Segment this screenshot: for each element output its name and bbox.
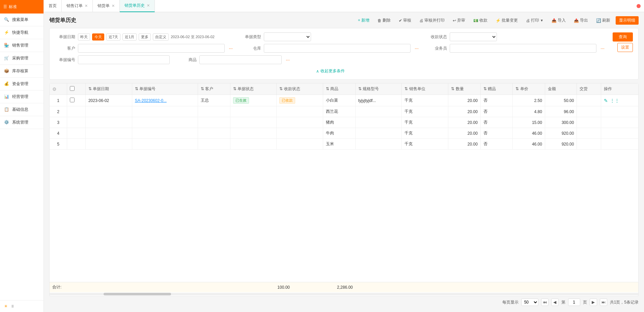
col-order-status[interactable]: ⇅ 单据状态: [230, 83, 277, 95]
cell-order-status: 已生效: [230, 95, 277, 106]
tab-close-icon[interactable]: ✕: [147, 3, 150, 8]
payment-select[interactable]: [450, 32, 497, 41]
goods-dots-icon[interactable]: ···: [284, 57, 291, 62]
sun-icon: ☀: [4, 304, 8, 309]
cell-goods: 猪肉: [323, 117, 356, 128]
date-btn-custom[interactable]: 自定义: [153, 33, 169, 41]
scrollbar-thumb[interactable]: [104, 293, 171, 295]
cell-customer: [198, 117, 230, 128]
cell-unit: 千克: [402, 139, 448, 150]
order-no-input[interactable]: [78, 55, 170, 64]
delete-button[interactable]: 🗑 删除: [375, 16, 393, 25]
settings-button[interactable]: 设置: [617, 43, 633, 52]
col-trade-label: 交货: [580, 86, 588, 91]
sidebar-item-operations[interactable]: 📊 经营管理: [0, 90, 44, 103]
page-header: 销货单历史 + 新增 🗑 删除 ✔ 审核 🖨 审核并打印 ↩ 弃审: [49, 16, 639, 25]
tab-sales-order[interactable]: 销售订单 ✕: [62, 0, 93, 12]
discard-button[interactable]: ↩ 弃审: [450, 16, 468, 25]
first-page-btn[interactable]: ⏮: [541, 298, 549, 306]
refresh-button[interactable]: 🔄 刷新: [593, 16, 613, 25]
col-trade[interactable]: 交货: [577, 83, 601, 95]
approve-button[interactable]: ✔ 审核: [396, 16, 414, 25]
warehouse-filter-label: 仓库: [241, 46, 261, 51]
query-button[interactable]: 查询: [613, 32, 633, 42]
col-payment-status[interactable]: ⇅ 收款状态: [277, 83, 323, 95]
col-setting[interactable]: ⚙: [50, 83, 67, 95]
row-checkbox[interactable]: [70, 98, 75, 102]
export-icon: 📤: [574, 18, 579, 23]
collect-button[interactable]: 💵 收款: [471, 16, 490, 25]
batch-change-button[interactable]: ⚡ 批量变更: [493, 16, 521, 25]
display-detail-button[interactable]: 显示明细: [616, 16, 639, 25]
col-customer[interactable]: ⇅ 客户: [198, 83, 230, 95]
date-btn-7days[interactable]: 近7天: [106, 33, 120, 41]
edit-icon[interactable]: ✎: [604, 98, 608, 103]
filter-customer: 客户 ···: [55, 44, 234, 53]
collapse-btn[interactable]: ∧ 收起更多条件: [55, 67, 606, 75]
tab-sales-history[interactable]: 销货单历史 ✕: [120, 0, 155, 12]
warehouse-input[interactable]: [264, 44, 411, 53]
win-close-btn[interactable]: [637, 4, 641, 8]
table-scroll[interactable]: ⚙ ⇅ 单据日期 ⇅ 单据编号 ⇅ 客户 ⇅ 单据状态 ⇅ 收款状态 ⇅ 商品 …: [50, 83, 638, 282]
sidebar-item-quick-nav[interactable]: ⚡ 快捷导航: [0, 26, 44, 39]
col-price[interactable]: ⇅ 单价: [513, 83, 545, 95]
approve-print-button[interactable]: 🖨 审核并打印: [417, 16, 447, 25]
cell-amount: 920.00: [545, 128, 577, 139]
new-button[interactable]: + 新增: [355, 16, 372, 25]
scrollbar-area[interactable]: [50, 293, 638, 295]
tab-close-icon[interactable]: ✕: [112, 4, 115, 8]
col-amount[interactable]: 金额: [545, 83, 577, 95]
col-order-no[interactable]: ⇅ 单据编号: [132, 83, 198, 95]
col-goods[interactable]: ⇅ 商品: [323, 83, 356, 95]
warehouse-dots-icon[interactable]: ···: [413, 46, 420, 51]
select-all-checkbox[interactable]: [70, 86, 75, 91]
prev-page-btn[interactable]: ◀: [551, 298, 559, 306]
order-no-link[interactable]: SA-20230602-0...: [135, 98, 167, 103]
date-btn-more[interactable]: 更多: [139, 33, 151, 41]
search-icon: 🔍: [4, 17, 9, 23]
tab-close-icon[interactable]: ✕: [85, 4, 88, 8]
tab-sales-delivery[interactable]: 销货单 ✕: [93, 0, 120, 12]
staff-input[interactable]: [450, 44, 596, 53]
gear-icon[interactable]: ⚙: [52, 86, 57, 92]
staff-dots-icon[interactable]: ···: [599, 46, 606, 51]
tab-label: 销货单: [97, 3, 110, 9]
goods-input[interactable]: [199, 55, 282, 64]
customer-dots-icon[interactable]: ···: [227, 46, 234, 51]
col-date[interactable]: ⇅ 单据日期: [85, 83, 132, 95]
print-button[interactable]: 🖨 打印 ▼: [523, 16, 546, 25]
window-controls: [633, 4, 644, 8]
customer-input[interactable]: [78, 44, 225, 53]
date-btn-today[interactable]: 今天: [92, 33, 104, 41]
page-input[interactable]: [568, 298, 580, 306]
date-btn-1month[interactable]: 近1月: [122, 33, 137, 41]
per-page-select[interactable]: 50 100 200: [521, 298, 538, 306]
cell-gift: 否: [480, 139, 513, 150]
next-page-btn[interactable]: ▶: [590, 298, 597, 306]
type-select[interactable]: [264, 32, 311, 41]
sidebar-item-inventory[interactable]: 📦 库存核算: [0, 65, 44, 78]
sidebar-item-sales-mgmt[interactable]: 🏪 销售管理: [0, 39, 44, 52]
sidebar-item-search-menu[interactable]: 🔍 搜索菜单: [0, 14, 44, 26]
cell-order-status: [230, 139, 277, 150]
last-page-btn[interactable]: ⏭: [600, 298, 607, 306]
more-action-icon[interactable]: ⋮⋮: [610, 98, 619, 103]
col-gift[interactable]: ⇅ 赠品: [480, 83, 513, 95]
import-button[interactable]: 📥 导入: [549, 16, 568, 25]
tab-home[interactable]: 首页: [44, 0, 62, 12]
settings-icon: ⚙️: [4, 120, 9, 125]
col-unit[interactable]: ⇅ 销售单位: [402, 83, 448, 95]
col-qty[interactable]: ⇅ 数量: [448, 83, 481, 95]
col-spec[interactable]: ⇅ 规格型号: [355, 83, 402, 95]
sidebar-top[interactable]: ☰ 标准: [0, 0, 44, 14]
cell-qty: 20.00: [448, 139, 481, 150]
sidebar-item-finance[interactable]: 💰 资金管理: [0, 78, 44, 90]
cell-date: [85, 117, 132, 128]
sidebar-item-basic-info[interactable]: 📋 基础信息: [0, 103, 44, 116]
date-btn-yesterday[interactable]: 昨天: [78, 33, 90, 41]
sidebar-item-label: 基础信息: [12, 107, 28, 112]
sidebar-item-purchase-mgmt[interactable]: 🛒 采购管理: [0, 52, 44, 65]
page-title: 销货单历史: [49, 17, 76, 24]
sidebar-item-system[interactable]: ⚙️ 系统管理: [0, 116, 44, 129]
export-button[interactable]: 📤 导出: [571, 16, 591, 25]
